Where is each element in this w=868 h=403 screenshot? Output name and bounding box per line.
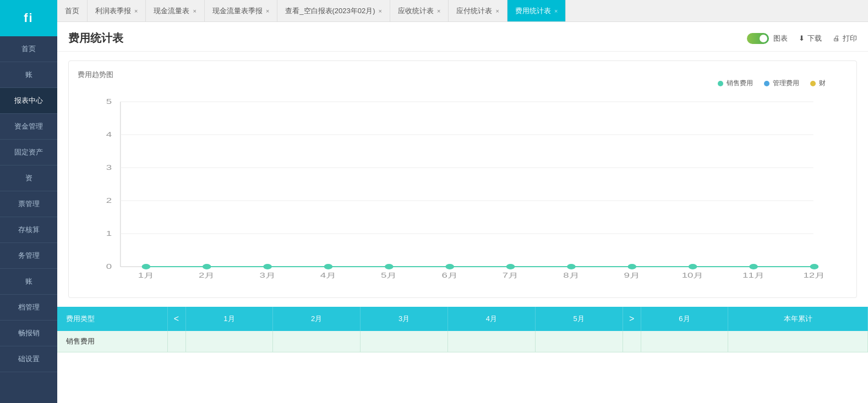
- download-button[interactable]: ⬇ 下载: [799, 34, 822, 43]
- sidebar-item-services[interactable]: 务管理: [0, 243, 57, 269]
- tab-receivables[interactable]: 应收统计表 ×: [390, 0, 449, 22]
- svg-text:5月: 5月: [381, 272, 397, 279]
- chart-svg: 0 1 2 3 4 5 1月 2月 3月 4月 5月 6月 7月: [78, 85, 848, 289]
- svg-text:0: 0: [106, 263, 112, 270]
- svg-text:2月: 2月: [199, 272, 215, 279]
- cell-m1: [185, 331, 273, 352]
- print-icon: 🖨: [833, 34, 840, 42]
- sidebar: fi 首页 账 报表中心 资金管理 固定资产 资 票管理 存核算 务管理 账 档…: [0, 0, 57, 403]
- main-area: 首页 利润表季报 × 现金流量表 × 现金流量表季报 × 查看_空白报表(202…: [57, 0, 868, 403]
- svg-point-25: [142, 264, 151, 269]
- sidebar-item-funds[interactable]: 资金管理: [0, 114, 57, 140]
- col-nav-next[interactable]: >: [623, 307, 641, 331]
- svg-text:4: 4: [106, 131, 112, 138]
- sidebar-item-home[interactable]: 首页: [0, 36, 57, 62]
- svg-point-28: [324, 264, 333, 269]
- svg-text:8月: 8月: [563, 272, 579, 279]
- close-tab-payables[interactable]: ×: [495, 8, 499, 14]
- sidebar-item-reports[interactable]: 报表中心: [0, 88, 57, 114]
- sidebar-item-settings[interactable]: 础设置: [0, 346, 57, 372]
- sidebar-item-inventory[interactable]: 存核算: [0, 217, 57, 243]
- close-tab-profit-quarterly[interactable]: ×: [134, 8, 138, 14]
- sidebar-item-expense[interactable]: 畅报销: [0, 321, 57, 346]
- toggle-container: 图表: [747, 33, 788, 44]
- cell-m5: [535, 331, 623, 352]
- chart-container: 0 1 2 3 4 5 1月 2月 3月 4月 5月 6月 7月: [78, 85, 848, 289]
- cell-m2: [273, 331, 361, 352]
- cell-m3: [361, 331, 448, 352]
- toggle-label: 图表: [773, 34, 788, 43]
- chart-wrapper: 费用趋势图 销售费用 管理费用 财: [78, 70, 848, 289]
- svg-point-34: [689, 264, 697, 269]
- sidebar-item-resources[interactable]: 资: [0, 165, 57, 191]
- cell-m6: [641, 331, 728, 352]
- tab-profit-quarterly[interactable]: 利润表季报 ×: [88, 0, 146, 22]
- header-actions: 图表 ⬇ 下载 🖨 打印: [747, 33, 857, 44]
- chart-toggle[interactable]: [747, 33, 769, 44]
- sidebar-item-account[interactable]: 账: [0, 62, 57, 88]
- page-header: 费用统计表 图表 ⬇ 下载 🖨 打印: [57, 22, 868, 52]
- svg-point-31: [506, 264, 515, 269]
- svg-text:10月: 10月: [682, 272, 704, 279]
- col-month1: 1月: [185, 307, 273, 331]
- col-month3: 3月: [361, 307, 448, 331]
- svg-text:1: 1: [106, 230, 112, 237]
- tab-cashflow-quarterly[interactable]: 现金流量表季报 ×: [205, 0, 277, 22]
- svg-text:1月: 1月: [138, 272, 154, 279]
- table-header-row: 费用类型 < 1月 2月 3月: [57, 307, 868, 331]
- tab-expenses[interactable]: 费用统计表 ×: [507, 0, 566, 22]
- table-section: 费用类型 < 1月 2月 3月: [57, 307, 868, 352]
- data-table: 费用类型 < 1月 2月 3月: [57, 307, 868, 352]
- cell-nav2: [623, 331, 641, 352]
- svg-text:5: 5: [106, 98, 112, 105]
- svg-point-32: [567, 264, 576, 269]
- svg-text:6月: 6月: [441, 272, 457, 279]
- sidebar-item-ledger[interactable]: 账: [0, 269, 57, 295]
- tab-payables[interactable]: 应付统计表 ×: [449, 0, 507, 22]
- close-tab-expenses[interactable]: ×: [554, 8, 558, 14]
- tab-blank-report[interactable]: 查看_空白报表(2023年02月) ×: [277, 0, 390, 22]
- svg-point-26: [203, 264, 211, 269]
- download-icon: ⬇: [799, 34, 805, 42]
- svg-point-36: [810, 264, 819, 269]
- chart-section: 费用趋势图 销售费用 管理费用 财: [68, 60, 857, 298]
- col-nav-prev[interactable]: <: [167, 307, 185, 331]
- svg-text:7月: 7月: [503, 272, 518, 279]
- col-month5: 5月: [535, 307, 623, 331]
- print-button[interactable]: 🖨 打印: [833, 34, 857, 43]
- col-month6: 6月: [641, 307, 728, 331]
- svg-text:3: 3: [106, 164, 112, 171]
- svg-point-35: [749, 264, 758, 269]
- svg-point-27: [263, 264, 272, 269]
- cell-m4: [447, 331, 535, 352]
- cell-nav: [167, 331, 185, 352]
- sidebar-item-archives[interactable]: 档管理: [0, 295, 57, 321]
- svg-point-30: [445, 264, 454, 269]
- col-ytd: 本年累计: [728, 307, 868, 331]
- page-title: 费用统计表: [68, 31, 123, 46]
- svg-point-33: [628, 264, 637, 269]
- sidebar-logo: fi: [0, 0, 57, 36]
- close-tab-blank-report[interactable]: ×: [379, 8, 382, 14]
- svg-text:4月: 4月: [320, 272, 336, 279]
- tab-bar: 首页 利润表季报 × 现金流量表 × 现金流量表季报 × 查看_空白报表(202…: [57, 0, 868, 22]
- close-tab-receivables[interactable]: ×: [437, 8, 440, 14]
- sidebar-item-assets[interactable]: 固定资产: [0, 140, 57, 165]
- table-row: 销售费用: [57, 331, 868, 352]
- svg-text:9月: 9月: [624, 272, 640, 279]
- close-tab-cashflow-quarterly[interactable]: ×: [266, 8, 269, 14]
- tab-cashflow[interactable]: 现金流量表 ×: [146, 0, 204, 22]
- svg-text:11月: 11月: [743, 272, 765, 279]
- col-month2: 2月: [273, 307, 361, 331]
- close-tab-cashflow[interactable]: ×: [193, 8, 196, 14]
- svg-text:3月: 3月: [259, 272, 275, 279]
- col-month4: 4月: [447, 307, 535, 331]
- cell-ytd: [728, 331, 868, 352]
- tab-home[interactable]: 首页: [57, 0, 88, 22]
- sidebar-item-tickets[interactable]: 票管理: [0, 191, 57, 217]
- col-type: 费用类型: [57, 307, 167, 331]
- svg-text:2: 2: [106, 197, 112, 204]
- content-area: 费用统计表 图表 ⬇ 下载 🖨 打印 费用趋势图: [57, 22, 868, 403]
- svg-text:12月: 12月: [803, 272, 825, 279]
- svg-point-29: [385, 264, 394, 269]
